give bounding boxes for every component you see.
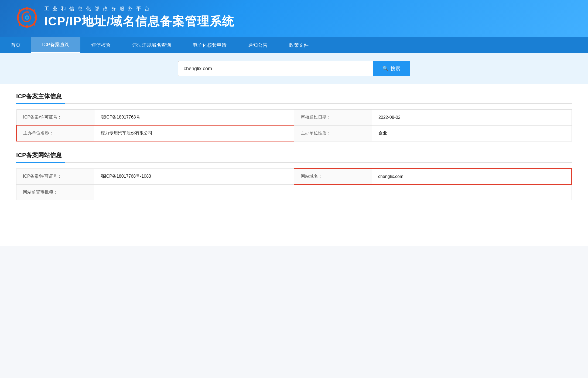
table-row: ICP备案/许可证号： 鄂ICP备18017768号-1083 网站域名： ch… — [16, 168, 572, 184]
logo-icon — [16, 7, 38, 28]
table-row-highlighted: 主办单位名称： 程力专用汽车股份有限公司 主办单位性质： 企业 — [16, 125, 572, 141]
unit-nature-value: 企业 — [372, 125, 572, 141]
domain-name-value: chenglix.com — [372, 168, 572, 184]
subject-info-table: ICP备案/许可证号： 鄂ICP备18017768号 审核通过日期： 2022-… — [16, 109, 572, 141]
main-content: ICP备案主体信息 ICP备案/许可证号： 鄂ICP备18017768号 审核通… — [0, 84, 588, 246]
header-title: ICP/IP地址/域名信息备案管理系统 — [44, 14, 234, 29]
nav-item-policy[interactable]: 政策文件 — [278, 37, 319, 53]
table-row: 网站前置审批项： — [16, 184, 572, 200]
unit-name-value: 程力专用汽车股份有限公司 — [94, 125, 294, 141]
section1-title: ICP备案主体信息 — [16, 92, 572, 100]
nav-item-notice[interactable]: 通知公告 — [237, 37, 278, 53]
website-cert-value: 鄂ICP备18017768号-1083 — [94, 168, 294, 184]
search-button[interactable]: 🔍 搜索 — [373, 61, 410, 76]
nav-item-illegal[interactable]: 违法违规域名查询 — [121, 37, 182, 53]
search-input[interactable] — [178, 61, 373, 76]
nav-item-icp[interactable]: ICP备案查询 — [31, 37, 80, 53]
svg-point-10 — [26, 16, 28, 19]
website-info-table: ICP备案/许可证号： 鄂ICP备18017768号-1083 网站域名： ch… — [16, 168, 572, 200]
section-icp-website: ICP备案网站信息 ICP备案/许可证号： 鄂ICP备18017768号-108… — [16, 151, 572, 200]
nav-item-home[interactable]: 首页 — [0, 37, 31, 53]
section1-divider — [16, 103, 572, 104]
domain-name-label: 网站域名： — [294, 168, 372, 184]
header-text: 工 业 和 信 息 化 部 政 务 服 务 平 台 ICP/IP地址/域名信息备… — [44, 5, 234, 29]
section2-divider — [16, 162, 572, 163]
page-header: 工 业 和 信 息 化 部 政 务 服 务 平 台 ICP/IP地址/域名信息备… — [0, 0, 588, 37]
icp-cert-value: 鄂ICP备18017768号 — [94, 110, 294, 126]
nav-item-ecertify[interactable]: 电子化核验申请 — [182, 37, 237, 53]
search-icon: 🔍 — [382, 66, 388, 72]
nav-item-sms[interactable]: 短信核验 — [80, 37, 121, 53]
section-icp-subject: ICP备案主体信息 ICP备案/许可证号： 鄂ICP备18017768号 审核通… — [16, 92, 572, 141]
section2-title: ICP备案网站信息 — [16, 151, 572, 159]
unit-nature-label: 主办单位性质： — [294, 125, 372, 141]
unit-name-label: 主办单位名称： — [16, 125, 94, 141]
header-subtitle: 工 业 和 信 息 化 部 政 务 服 务 平 台 — [44, 5, 234, 12]
search-button-label: 搜索 — [391, 65, 400, 72]
search-section: 🔍 搜索 — [0, 53, 588, 84]
audit-date-value: 2022-08-02 — [372, 110, 572, 126]
website-cert-label: ICP备案/许可证号： — [16, 168, 94, 184]
pre-approval-value — [94, 184, 572, 200]
search-bar: 🔍 搜索 — [178, 61, 410, 76]
audit-date-label: 审核通过日期： — [294, 110, 372, 126]
pre-approval-label: 网站前置审批项： — [16, 184, 94, 200]
icp-cert-label: ICP备案/许可证号： — [16, 110, 94, 126]
main-nav: 首页 ICP备案查询 短信核验 违法违规域名查询 电子化核验申请 通知公告 政策… — [0, 37, 588, 53]
table-row: ICP备案/许可证号： 鄂ICP备18017768号 审核通过日期： 2022-… — [16, 110, 572, 126]
